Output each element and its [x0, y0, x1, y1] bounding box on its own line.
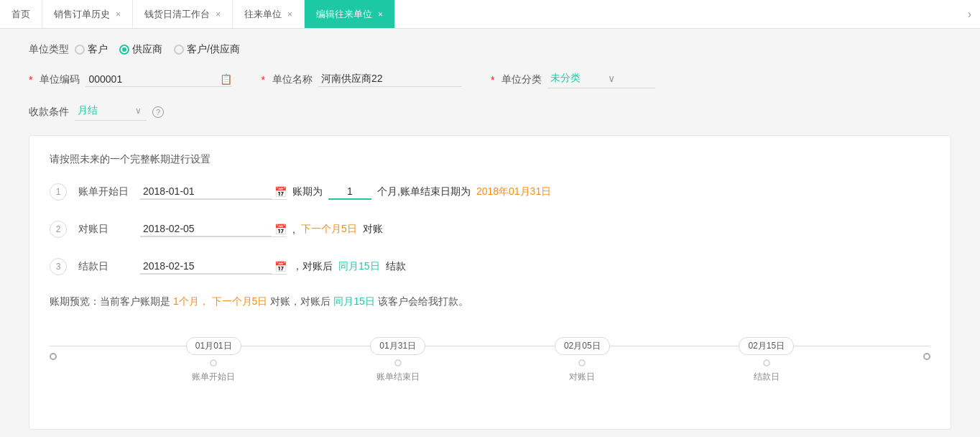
radio-supplier-label: 供应商: [132, 43, 162, 56]
payment-terms-select[interactable]: 月结 ∨: [75, 103, 147, 121]
step-3-suffix: 结款: [386, 260, 406, 273]
timeline-dot-3: [578, 359, 586, 367]
timeline-end-dot: [923, 353, 930, 360]
tab-cash-work-label: 钱货日清工作台: [144, 8, 210, 21]
radio-supplier[interactable]: 供应商: [119, 43, 162, 56]
unit-code-group: * 单位编码 📋: [29, 72, 232, 87]
timeline-label-1: 账单开始日: [192, 371, 235, 383]
classify-dropdown-icon[interactable]: ∨: [608, 73, 615, 84]
step-3-label: 结款日: [78, 260, 129, 273]
payment-terms-group: 收款条件 月结 ∨ ?: [29, 103, 164, 121]
preview-p5: 该客户会给我打款。: [378, 295, 468, 307]
step-3-highlight: 同月15日: [338, 260, 380, 273]
unit-name-star: *: [261, 74, 264, 86]
unit-name-group: * 单位名称: [261, 72, 461, 87]
step-2-calendar-icon[interactable]: 📅: [274, 224, 287, 235]
timeline-start-cap: [50, 353, 57, 360]
payment-terms-help-icon[interactable]: ?: [152, 106, 164, 118]
timeline-dot-2: [394, 359, 402, 367]
radio-customer-supplier-circle: [174, 45, 184, 55]
preview-p2: 下一个月5日: [212, 295, 268, 307]
payment-terms-label: 收款条件: [29, 106, 69, 119]
timeline-badge-1: 01月01日: [186, 337, 241, 355]
tab-edit-partner[interactable]: 编辑往来单位 ×: [305, 0, 395, 28]
step-1-row: 1 账单开始日 📅 账期为 个月,账单结束日期为 2018年01月31日: [50, 183, 930, 201]
step-1-middle-text: 账期为: [292, 185, 323, 198]
step-1-label: 账单开始日: [78, 185, 129, 198]
step-3-prefix: ，对账后: [292, 260, 333, 273]
radio-customer-label: 客户: [88, 43, 108, 56]
radio-supplier-circle: [119, 45, 129, 55]
step-1-date-input[interactable]: [140, 184, 272, 199]
unit-name-input[interactable]: [318, 72, 462, 87]
step-1-suffix: 个月,账单结束日期为: [377, 185, 471, 198]
timeline-badge-3: 02月05日: [555, 337, 610, 355]
unit-classify-group: * 单位分类 未分类 ∨: [491, 70, 655, 88]
timeline-node-1: 01月01日 账单开始日: [186, 337, 241, 383]
tab-home[interactable]: 首页: [0, 0, 42, 28]
step-1-content: 📅 账期为 个月,账单结束日期为 2018年01月31日: [140, 184, 930, 200]
unit-classify-label: 单位分类: [501, 73, 542, 86]
tab-cash-work[interactable]: 钱货日清工作台 ×: [133, 0, 233, 28]
radio-group: 客户 供应商 客户/供应商: [75, 43, 240, 56]
step-1-period-input[interactable]: [328, 184, 371, 200]
radio-customer-supplier-label: 客户/供应商: [187, 43, 240, 56]
step-3-date-wrapper: 📅: [140, 259, 287, 275]
unit-type-row: 单位类型 客户 供应商 客户/供应商: [29, 43, 951, 56]
timeline-nodes: 01月01日 账单开始日 01月31日 账单结束日 02月05日 对账日: [50, 337, 930, 383]
timeline-start-dot: [50, 353, 57, 360]
timeline-node-4: 02月15日 结款日: [739, 337, 794, 383]
tab-home-label: 首页: [11, 8, 30, 21]
tab-partners[interactable]: 往来单位 ×: [233, 0, 305, 28]
step-1-num: 1: [50, 183, 67, 201]
payment-terms-row: 收款条件 月结 ∨ ?: [29, 103, 951, 121]
tab-edit-partner-label: 编辑往来单位: [316, 8, 372, 21]
step-3-row: 3 结款日 📅 ，对账后 同月15日 结款: [50, 258, 930, 275]
step-2-row: 2 对账日 📅 , 下一个月5日 对账: [50, 221, 930, 238]
unit-classify-select[interactable]: 未分类 ∨: [547, 70, 655, 88]
tab-sales-history-label: 销售订单历史: [54, 8, 110, 21]
settings-card: 请按照未来的一个完整帐期进行设置 1 账单开始日 📅 账期为 个月,账单结束日期…: [29, 135, 951, 430]
step-2-date-input[interactable]: [140, 221, 272, 236]
preview-p4: 同月15日: [333, 295, 375, 307]
timeline-container: 01月01日 账单开始日 01月31日 账单结束日 02月05日 对账日: [50, 326, 930, 412]
step-2-label: 对账日: [78, 223, 129, 236]
timeline-badge-4: 02月15日: [739, 337, 794, 355]
radio-customer[interactable]: 客户: [75, 43, 108, 56]
tab-sales-history-close[interactable]: ×: [116, 9, 121, 19]
tab-sales-history[interactable]: 销售订单历史 ×: [42, 0, 133, 28]
unit-code-input[interactable]: [85, 72, 217, 86]
payment-terms-value: 月结: [75, 103, 132, 119]
step-3-calendar-icon[interactable]: 📅: [274, 261, 287, 272]
step-2-highlight: 下一个月5日: [301, 223, 357, 236]
step-1-date-wrapper: 📅: [140, 184, 287, 200]
tab-cash-work-close[interactable]: ×: [216, 9, 221, 19]
payment-terms-chevron[interactable]: ∨: [135, 106, 142, 116]
unit-type-label: 单位类型: [29, 43, 69, 56]
preview-label: 账期预览：当前客户账期是: [50, 295, 170, 307]
step-1-calendar-icon[interactable]: 📅: [274, 186, 287, 198]
radio-customer-circle: [75, 45, 85, 55]
tab-partners-label: 往来单位: [244, 8, 282, 21]
timeline-end-cap: [923, 353, 930, 360]
tab-expand-button[interactable]: ›: [959, 0, 980, 28]
tab-partners-close[interactable]: ×: [287, 9, 292, 19]
radio-customer-supplier[interactable]: 客户/供应商: [174, 43, 240, 56]
expand-icon: ›: [968, 8, 971, 21]
step-2-content: 📅 , 下一个月5日 对账: [140, 221, 930, 237]
card-title: 请按照未来的一个完整帐期进行设置: [50, 153, 930, 166]
timeline-node-2: 01月31日 账单结束日: [370, 337, 425, 383]
steps-table: 1 账单开始日 📅 账期为 个月,账单结束日期为 2018年01月31日 2 对…: [50, 183, 930, 275]
unit-name-label: 单位名称: [272, 73, 313, 86]
step-3-date-input[interactable]: [140, 259, 272, 274]
timeline-badge-2: 01月31日: [370, 337, 425, 355]
unit-classify-star: *: [491, 74, 494, 86]
tab-edit-partner-close[interactable]: ×: [378, 9, 383, 19]
unit-code-icon[interactable]: 📋: [220, 73, 232, 85]
unit-code-input-wrapper: 📋: [85, 72, 232, 87]
step-2-prefix: ,: [292, 224, 295, 235]
timeline-label-4: 结款日: [754, 371, 780, 383]
timeline-node-3: 02月05日 对账日: [555, 337, 610, 383]
preview-p1: 1个月，: [173, 295, 209, 307]
main-content: 单位类型 客户 供应商 客户/供应商 * 单位编码: [0, 29, 980, 437]
